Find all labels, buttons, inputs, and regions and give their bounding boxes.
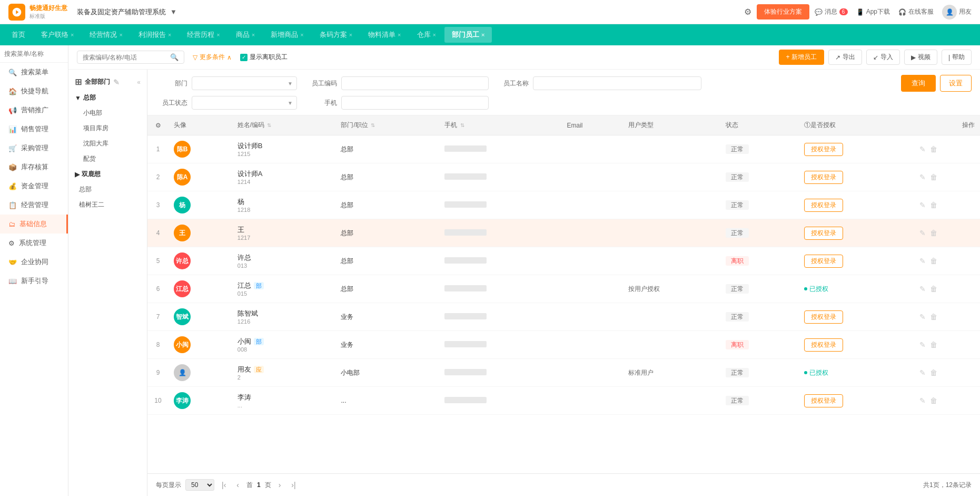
next-page-button[interactable]: › [275,480,284,490]
tab-close-icon[interactable]: × [300,32,303,38]
filter-query-button[interactable]: 查询 [901,75,936,92]
dept-item-shenyang[interactable]: 沈阳大库 [73,136,147,151]
tab-history[interactable]: 经营历程 × [180,27,227,43]
tab-operation[interactable]: 经营情况 × [82,27,130,43]
user-action[interactable]: 👤 用友 [942,5,972,20]
tab-barcode[interactable]: 条码方案 × [312,27,360,43]
show-former-toggle[interactable]: ✓ 显示离职员工 [240,53,288,62]
message-action[interactable]: 💬 消息 6 [815,7,848,16]
tab-close-icon[interactable]: × [119,32,122,38]
search-input[interactable] [83,54,167,61]
tab-close-icon[interactable]: × [168,32,171,38]
tab-close-icon[interactable]: × [398,32,401,38]
sidebar-item-search[interactable]: 🔍 搜索菜单 [0,63,68,82]
dept-group-shuanglu[interactable]: ▶ 双鹿想 [68,167,147,182]
show-former-checkbox[interactable]: ✓ [240,54,248,61]
delete-icon[interactable]: 🗑 [930,285,937,293]
auth-button[interactable]: 授权登录 [804,255,843,268]
sidebar-item-purchase[interactable]: 🛒 采购管理 [0,139,68,158]
sort-phone-icon[interactable]: ⇅ [460,122,464,128]
tab-profit[interactable]: 利润报告 × [131,27,179,43]
import-button[interactable]: ↙ 导入 [866,50,900,65]
tab-new-product[interactable]: 新增商品 × [263,27,311,43]
tab-close-icon[interactable]: × [349,32,352,38]
delete-icon[interactable]: 🗑 [930,368,937,377]
sidebar-item-sales[interactable]: 📊 销售管理 [0,120,68,139]
filter-phone-input[interactable] [341,96,489,110]
dept-edit-icon[interactable]: ✎ [113,78,120,86]
edit-icon[interactable]: ✎ [919,229,926,237]
first-page-button[interactable]: |‹ [219,480,229,490]
tab-close-icon[interactable]: × [433,32,436,38]
settings-icon[interactable]: ⚙ [744,7,751,17]
edit-icon[interactable]: ✎ [919,285,926,293]
export-button[interactable]: ↗ 导出 [828,50,862,65]
tab-close-icon[interactable]: × [252,32,255,38]
tab-close-icon[interactable]: × [481,32,484,38]
edit-icon[interactable]: ✎ [919,341,926,349]
delete-icon[interactable]: 🗑 [930,145,937,153]
dept-group-general[interactable]: ▼ 总部 [68,90,147,105]
sidebar-item-system[interactable]: ⚙ 系统管理 [0,234,68,252]
view-button[interactable]: ▶ 视频 [904,50,937,65]
filter-status-select[interactable] [192,96,297,110]
sidebar-item-inventory[interactable]: 📦 库存核算 [0,158,68,177]
delete-icon[interactable]: 🗑 [930,201,937,209]
tab-warehouse[interactable]: 仓库 × [410,27,443,43]
dept-item-delivery[interactable]: 配货 [73,151,147,167]
dept-item-xiaodibu[interactable]: 小电部 [73,105,147,121]
filter-empname-input[interactable] [533,76,701,90]
delete-icon[interactable]: 🗑 [930,173,937,181]
delete-icon[interactable]: 🗑 [930,341,937,349]
auth-button[interactable]: 授权登录 [804,143,843,156]
sidebar-search-input[interactable] [4,50,68,57]
sidebar-item-basic[interactable]: 🗂 基础信息 [0,215,68,234]
title-dropdown-icon[interactable]: ▼ [170,8,177,16]
sidebar-item-management[interactable]: 📋 经营管理 [0,196,68,215]
tab-department[interactable]: 部门员工 × [444,27,492,43]
auth-button[interactable]: 授权登录 [804,199,843,212]
add-employee-button[interactable]: + 新增员工 [779,50,824,65]
more-filters-button[interactable]: ▽ 更多条件 ∧ [189,51,236,64]
auth-button[interactable]: 授权登录 [804,171,843,184]
auth-button[interactable]: 授权登录 [804,338,843,352]
edit-icon[interactable]: ✎ [919,201,926,209]
auth-button[interactable]: 授权登录 [804,310,843,324]
th-settings[interactable]: ⚙ [147,115,169,135]
tab-close-icon[interactable]: × [71,32,74,38]
edit-icon[interactable]: ✎ [919,257,926,265]
dept-item-project[interactable]: 项目库房 [73,121,147,136]
sidebar-item-finance[interactable]: 💰 资金管理 [0,177,68,196]
app-download-action[interactable]: 📱 App下载 [856,7,890,16]
tab-product[interactable]: 商品 × [229,27,262,43]
delete-icon[interactable]: 🗑 [930,396,937,405]
last-page-button[interactable]: ›| [288,480,299,490]
edit-icon[interactable]: ✎ [919,145,926,153]
tab-customer[interactable]: 客户联络 × [34,27,81,43]
tab-bom[interactable]: 物料清单 × [361,27,408,43]
sidebar-item-collab[interactable]: 🤝 企业协同 [0,252,68,271]
edit-icon[interactable]: ✎ [919,396,926,405]
help-button[interactable]: | 帮助 [942,50,972,65]
filter-set-button[interactable]: 设置 [940,75,972,92]
delete-icon[interactable]: 🗑 [930,313,937,321]
page-size-select[interactable]: 50 100 [185,479,214,491]
tab-close-icon[interactable]: × [216,32,220,38]
auth-button[interactable]: 授权登录 [804,394,843,407]
dept-collapse-icon[interactable]: « [137,79,141,86]
filter-empcode-input[interactable] [341,76,489,90]
online-service-action[interactable]: 🎧 在线客服 [898,7,934,16]
sidebar-item-marketing[interactable]: 📢 营销推广 [0,101,68,120]
delete-icon[interactable]: 🗑 [930,257,937,265]
sort-name-icon[interactable]: ⇅ [267,122,271,128]
dept-item-zongbu[interactable]: 总部 [68,182,147,197]
filter-dept-select[interactable] [192,76,297,90]
auth-button[interactable]: 授权登录 [804,227,843,240]
sidebar-item-guide[interactable]: 📖 新手引导 [0,271,68,290]
sort-dept-icon[interactable]: ⇅ [371,122,375,128]
toolbar-search-icon[interactable]: 🔍 [170,53,179,61]
tab-home[interactable]: 首页 [4,27,33,43]
delete-icon[interactable]: 🗑 [930,229,937,237]
edit-icon[interactable]: ✎ [919,313,926,321]
trial-button[interactable]: 体验行业方案 [757,4,809,20]
